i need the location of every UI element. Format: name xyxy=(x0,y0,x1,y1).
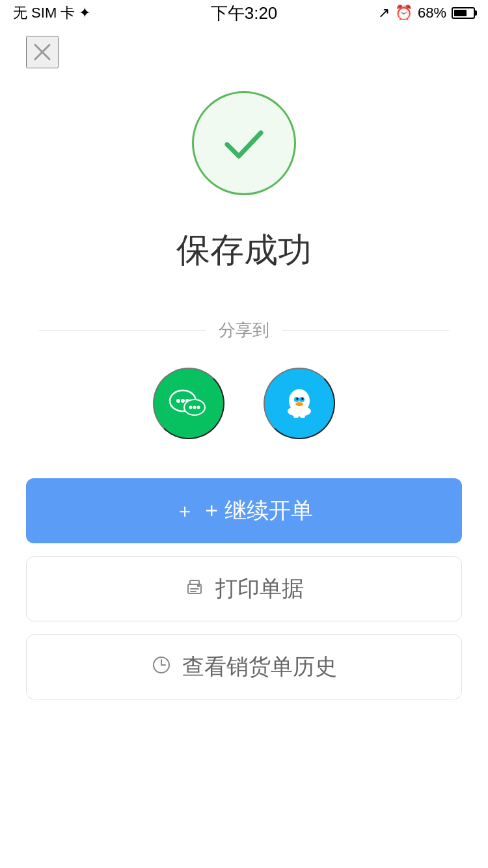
status-right: ↗ ⏰ 68% xyxy=(378,5,475,21)
qq-share-button[interactable] xyxy=(264,368,335,439)
alarm-icon: ⏰ xyxy=(395,5,413,21)
svg-rect-23 xyxy=(190,591,197,592)
battery-percent: 68% xyxy=(418,5,446,21)
svg-rect-19 xyxy=(293,415,299,418)
checkmark-icon xyxy=(218,117,270,169)
success-title: 保存成功 xyxy=(176,228,312,273)
share-icons xyxy=(153,368,335,439)
history-label: 查看销货单历史 xyxy=(182,652,337,682)
printer-icon xyxy=(184,576,205,602)
wechat-share-button[interactable] xyxy=(153,368,224,439)
action-buttons: ＋ + 继续开单 打印单据 查看销货单 xyxy=(0,478,488,699)
close-button[interactable] xyxy=(26,36,59,68)
svg-rect-24 xyxy=(190,580,199,584)
status-left: 无 SIM 卡 ✦ xyxy=(13,3,90,23)
svg-point-18 xyxy=(288,406,311,416)
status-time: 下午3:20 xyxy=(211,2,278,25)
history-button[interactable]: 查看销货单历史 xyxy=(26,634,462,699)
close-icon xyxy=(33,42,52,62)
svg-point-4 xyxy=(181,399,185,403)
main-content: 保存成功 分享到 xyxy=(0,26,488,868)
svg-point-8 xyxy=(193,406,197,409)
plus-icon: ＋ xyxy=(175,498,195,524)
battery-icon xyxy=(452,7,475,19)
continue-label: + 继续开单 xyxy=(205,496,312,526)
share-divider: 分享到 xyxy=(0,319,488,342)
success-circle xyxy=(192,91,296,195)
svg-rect-20 xyxy=(300,415,305,418)
svg-point-17 xyxy=(295,402,303,406)
divider-right xyxy=(282,330,449,331)
svg-point-3 xyxy=(176,399,180,403)
share-section: 分享到 xyxy=(0,319,488,439)
divider-left xyxy=(39,330,206,331)
continue-button[interactable]: ＋ + 继续开单 xyxy=(26,478,462,543)
qq-icon xyxy=(280,384,319,423)
svg-rect-22 xyxy=(190,588,199,590)
svg-point-15 xyxy=(297,398,299,400)
svg-point-9 xyxy=(197,406,200,409)
no-sim-label: 无 SIM 卡 ✦ xyxy=(13,3,90,23)
share-label: 分享到 xyxy=(219,319,269,342)
wechat-icon xyxy=(169,387,209,420)
svg-point-16 xyxy=(302,398,304,400)
svg-rect-25 xyxy=(197,584,200,587)
location-icon: ↗ xyxy=(378,5,390,21)
print-button[interactable]: 打印单据 xyxy=(26,556,462,621)
svg-point-7 xyxy=(189,406,193,409)
history-icon xyxy=(151,655,172,680)
print-label: 打印单据 xyxy=(215,574,304,604)
status-bar: 无 SIM 卡 ✦ 下午3:20 ↗ ⏰ 68% xyxy=(0,0,488,26)
